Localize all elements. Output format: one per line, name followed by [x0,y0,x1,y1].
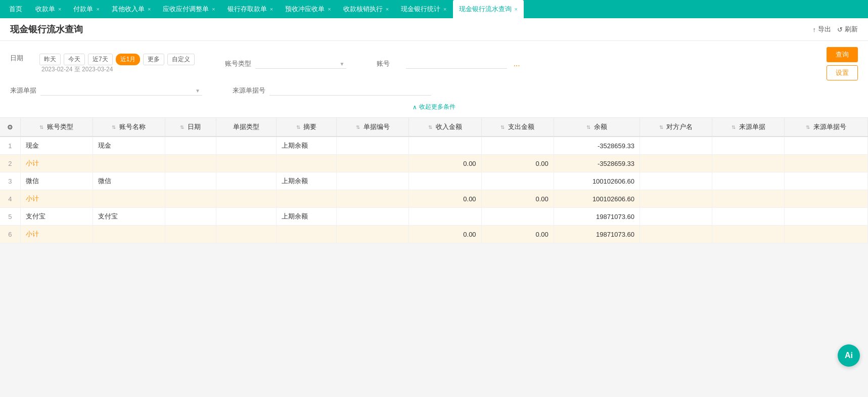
nav-bar: 首页 收款单 × 付款单 × 其他收入单 × 应收应付调整单 × 银行存取款单 … [0,0,868,18]
filter-area: 日期 昨天 今天 近7天 近1月 更多 自定义 2023-02-24 至 202… [0,41,868,118]
table-cell [93,190,165,208]
account-type-select[interactable] [255,59,346,69]
account-more-icon[interactable]: ... [513,59,520,68]
refresh-icon: ↺ [837,26,843,33]
sort-icon[interactable]: ⇅ [39,124,43,130]
source-doc-select[interactable] [40,85,202,96]
nav-tab-fukuan[interactable]: 付款单 × [67,0,105,18]
table-body: 1现金现金上期余额-3528659.332小计0.000.00-3528659.… [0,137,868,243]
nav-tab-xianjinyinhang[interactable]: 现金银行统计 × [395,0,452,18]
table-cell [712,155,785,172]
gear-icon[interactable]: ⚙ [7,123,13,131]
date-btn-yesterday[interactable]: 昨天 [39,54,61,65]
sort-icon[interactable]: ⇅ [500,124,505,130]
col-doc-num: ⇅ 单据编号 [337,118,409,137]
table-cell: -3528659.33 [554,137,639,155]
sort-icon[interactable]: ⇅ [586,124,590,130]
table-cell: 小计 [20,155,93,172]
table-cell [712,226,785,243]
nav-tab-shoudan[interactable]: 收款单 × [29,0,67,18]
account-filter: 账号 ... [377,59,520,69]
source-doc-num-filter: 来源单据号 [233,85,431,96]
nav-tab-yingshouyingfu[interactable]: 应收应付调整单 × [157,0,221,18]
source-doc-num-input[interactable] [269,85,431,96]
table-cell [712,190,785,208]
sort-icon[interactable]: ⇅ [732,124,736,130]
table-cell: 0.00 [481,190,554,208]
table-row: 1现金现金上期余额-3528659.33 [0,137,868,155]
table-cell [785,226,868,243]
table-cell [785,208,868,226]
date-btn-more[interactable]: 更多 [143,54,164,65]
sort-icon[interactable]: ⇅ [356,124,360,130]
close-icon[interactable]: × [515,6,518,12]
source-doc-num-label: 来源单据号 [233,86,265,95]
table-cell [165,190,216,208]
table-cell [337,137,409,155]
nav-tab-yushouring[interactable]: 预收冲应收单 × [279,0,337,18]
nav-tab-shoukuan[interactable]: 收款核销执行 × [337,0,395,18]
sort-icon[interactable]: ⇅ [180,124,184,130]
close-icon[interactable]: × [148,6,151,12]
account-input[interactable] [406,59,507,69]
source-doc-label: 来源单据 [10,86,36,95]
date-btn-today[interactable]: 今天 [64,54,85,65]
search-button[interactable]: 查询 [827,47,858,62]
sort-icon[interactable]: ⇅ [806,124,810,130]
table-cell [640,190,712,208]
table-cell [481,172,554,190]
close-icon[interactable]: × [443,6,446,12]
nav-tab-qitashoru[interactable]: 其他收入单 × [106,0,157,18]
setting-button[interactable]: 设置 [827,65,858,80]
table-cell: 4 [0,190,20,208]
close-icon[interactable]: × [328,6,331,12]
col-counterpart: ⇅ 对方户名 [640,118,712,137]
table-cell: 0.00 [409,155,481,172]
table-cell [785,137,868,155]
table-cell: 小计 [20,190,93,208]
sort-icon[interactable]: ⇅ [659,124,663,130]
table-cell [165,172,216,190]
close-icon[interactable]: × [386,6,389,12]
table-cell: 上期余额 [276,172,336,190]
col-expense: ⇅ 支出金额 [481,118,554,137]
collapse-bar[interactable]: ∧ 收起更多条件 [10,101,858,113]
close-icon[interactable]: × [270,6,273,12]
table-header-row: ⚙ ⇅ 账号类型 ⇅ 账号名称 ⇅ 日期 单据类型 ⇅ [0,118,868,137]
table-cell [337,190,409,208]
sort-icon[interactable]: ⇅ [296,124,300,130]
date-btn-1month[interactable]: 近1月 [116,54,141,65]
close-icon[interactable]: × [96,6,99,12]
nav-home[interactable]: 首页 [2,0,29,18]
table-cell [93,155,165,172]
date-btn-custom[interactable]: 自定义 [167,54,195,65]
sort-icon[interactable]: ⇅ [428,124,432,130]
close-icon[interactable]: × [58,6,61,12]
table-cell [276,190,336,208]
table-row: 5支付宝支付宝上期余额19871073.60 [0,208,868,226]
collapse-up-icon: ∧ [413,104,417,111]
table-cell: 上期余额 [276,137,336,155]
table-cell: 微信 [93,172,165,190]
table-cell: 0.00 [409,226,481,243]
table-cell [93,226,165,243]
col-gear: ⚙ [0,118,20,137]
table-row: 3微信微信上期余额100102606.60 [0,172,868,190]
export-button[interactable]: ↑ 导出 [813,25,832,34]
sort-icon[interactable]: ⇅ [112,124,116,130]
date-btn-7days[interactable]: 近7天 [88,54,113,65]
table-cell [276,226,336,243]
table-cell [785,155,868,172]
table-cell [276,155,336,172]
close-icon[interactable]: × [212,6,215,12]
col-date: ⇅ 日期 [165,118,216,137]
nav-tab-yinhangcuqukuan[interactable]: 银行存取款单 × [221,0,279,18]
table-cell: 100102606.60 [554,172,639,190]
nav-tab-liushui[interactable]: 现金银行流水查询 × [453,0,524,18]
table-cell [165,155,216,172]
table-cell: 5 [0,208,20,226]
table-cell [216,190,276,208]
col-balance: ⇅ 余额 [554,118,639,137]
refresh-button[interactable]: ↺ 刷新 [837,25,858,34]
table-cell: 支付宝 [93,208,165,226]
